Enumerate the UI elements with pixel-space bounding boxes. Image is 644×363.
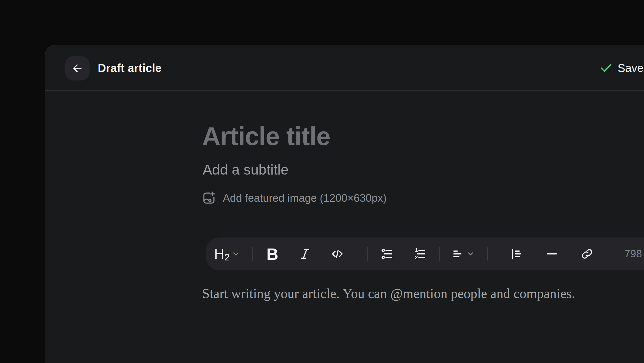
italic-button[interactable] [293, 241, 317, 266]
toolbar-divider [367, 247, 368, 261]
heading-label: H2 [214, 246, 230, 262]
add-featured-image-label: Add featured image (1200×630px) [223, 192, 387, 204]
toolbar-divider [439, 247, 440, 261]
add-featured-image-button[interactable]: Add featured image (1200×630px) [202, 191, 387, 205]
editor-header: Draft article Saved [45, 45, 644, 91]
bold-label: B [266, 245, 278, 264]
code-button[interactable] [325, 241, 349, 266]
italic-icon [298, 247, 312, 261]
bold-button[interactable]: B [260, 241, 285, 266]
horizontal-rule-button[interactable] [539, 241, 564, 266]
check-icon [599, 61, 613, 75]
link-button[interactable] [575, 241, 599, 266]
chevron-down-icon [232, 250, 240, 258]
horizontal-rule-icon [545, 247, 559, 261]
page-title: Draft article [98, 45, 162, 91]
toolbar-divider [252, 247, 253, 261]
arrow-left-icon [71, 62, 84, 75]
alignment-dropdown[interactable] [449, 241, 477, 266]
article-subtitle-field[interactable]: Add a subtitle [203, 162, 289, 178]
numbered-list-icon: 1 2 [413, 247, 427, 261]
numbered-list-button[interactable]: 1 2 [408, 241, 432, 266]
back-button[interactable] [65, 56, 90, 80]
formatting-toolbar: H2 B [206, 237, 644, 270]
editor-screen: Draft article Saved Article title Add a … [0, 0, 644, 363]
blockquote-icon [510, 247, 524, 261]
chevron-down-icon [466, 250, 475, 258]
heading-dropdown[interactable]: H2 [213, 241, 241, 266]
align-left-icon [451, 247, 465, 261]
save-status-label: Saved [618, 62, 644, 75]
code-icon [331, 247, 344, 261]
bullet-list-icon [380, 247, 394, 261]
svg-text:2: 2 [415, 255, 418, 260]
save-status: Saved [599, 45, 644, 91]
toolbar-divider [487, 247, 488, 261]
bullet-list-button[interactable] [375, 241, 399, 266]
link-icon [580, 247, 594, 261]
svg-text:1: 1 [415, 247, 418, 253]
image-plus-icon [202, 191, 216, 205]
blockquote-button[interactable] [504, 241, 529, 266]
article-body-field[interactable]: Start writing your article. You can @men… [202, 286, 575, 301]
article-title-field[interactable]: Article title [202, 122, 330, 151]
word-count: 798 words [624, 248, 644, 260]
